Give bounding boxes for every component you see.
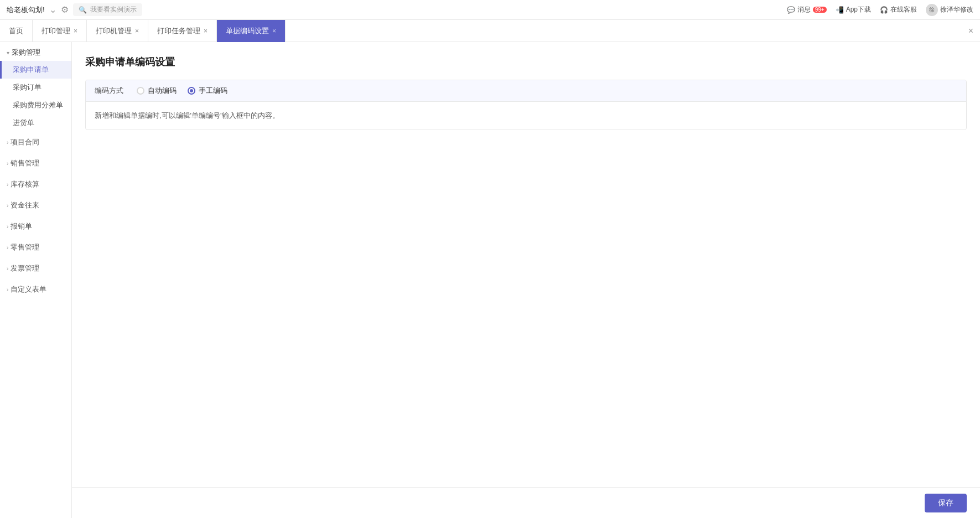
tab-voucher-encoding-close[interactable]: × [272, 27, 276, 35]
app-download-label: App下载 [846, 5, 871, 14]
sales-mgmt-label: 销售管理 [11, 158, 39, 168]
tab-printer-mgmt[interactable]: 打印机管理 × [87, 20, 148, 42]
tab-home-label: 首页 [9, 26, 23, 36]
sidebar-item-retail-mgmt[interactable]: › 零售管理 [0, 237, 71, 258]
project-contract-label: 项目合同 [11, 137, 39, 147]
search-icon: 🔍 [79, 6, 87, 14]
sidebar-item-goods-receipt-label: 进货单 [13, 118, 34, 127]
returns-label: 报销单 [11, 221, 32, 231]
invoice-mgmt-arrow-icon: › [7, 266, 8, 272]
top-bar-right: 💬 消息 99+ 📲 App下载 🎧 在线客服 徐 徐泽华修改 [787, 4, 973, 16]
tab-bar-close-btn[interactable]: × [962, 20, 980, 42]
settings-icon[interactable]: ⚙ [61, 4, 69, 15]
capital-arrow-icon: › [7, 203, 8, 209]
sidebar-item-invoice-mgmt[interactable]: › 发票管理 [0, 258, 71, 279]
sidebar-item-goods-receipt[interactable]: 进货单 [0, 114, 71, 132]
tab-voucher-encoding[interactable]: 单据编码设置 × [217, 20, 286, 42]
inventory-arrow-icon: › [7, 182, 8, 188]
encoding-method-label: 编码方式 [95, 86, 123, 96]
online-service-label: 在线客服 [890, 5, 917, 14]
tab-bar: 首页 打印管理 × 打印机管理 × 打印任务管理 × 单据编码设置 × × [0, 20, 980, 42]
invoice-mgmt-label: 发票管理 [11, 263, 39, 273]
sidebar-item-purchase-order-label: 采购订单 [13, 83, 42, 91]
tab-print-task-mgmt-close[interactable]: × [204, 27, 208, 35]
avatar: 徐 [926, 4, 938, 16]
tab-print-mgmt-label: 打印管理 [42, 26, 70, 36]
tab-printer-mgmt-label: 打印机管理 [96, 26, 132, 36]
sidebar-item-custom-forms[interactable]: › 自定义表单 [0, 279, 71, 300]
app-download-icon: 📲 [836, 6, 844, 14]
app-download-item[interactable]: 📲 App下载 [836, 5, 871, 14]
inventory-label: 库存核算 [11, 179, 39, 189]
radio-manual-circle [188, 87, 195, 95]
page-title: 采购申请单编码设置 [85, 55, 967, 69]
tab-print-mgmt-close[interactable]: × [74, 27, 77, 35]
user-name: 徐泽华修改 [940, 5, 973, 14]
main-layout: ▾ 采购管理 采购申请单 采购订单 采购费用分摊单 进货单 › 项目合同 › 销… [0, 42, 980, 518]
dropdown-icon[interactable]: ⌄ [49, 4, 56, 15]
retail-mgmt-arrow-icon: › [7, 245, 8, 251]
purchase-section-label: 采购管理 [12, 48, 40, 58]
tab-print-mgmt[interactable]: 打印管理 × [33, 20, 87, 42]
sidebar: ▾ 采购管理 采购申请单 采购订单 采购费用分摊单 进货单 › 项目合同 › 销… [0, 42, 72, 518]
search-text: 我要看实例演示 [90, 5, 137, 14]
content-inner: 采购申请单编码设置 编码方式 自动编码 手工编码 [72, 42, 980, 487]
project-contract-arrow-icon: › [7, 139, 8, 146]
top-bar-left: 给老板勾划! ⌄ ⚙ 🔍 我要看实例演示 [7, 3, 142, 16]
encoding-description: 新增和编辑单据编时,可以编辑'单编编号'输入框中的内容。 [95, 111, 957, 121]
custom-forms-arrow-icon: › [7, 287, 8, 293]
message-badge: 99+ [813, 7, 827, 13]
custom-forms-label: 自定义表单 [11, 284, 46, 294]
sidebar-section-purchase-header[interactable]: ▾ 采购管理 [0, 42, 71, 61]
sidebar-item-purchase-expense[interactable]: 采购费用分摊单 [0, 96, 71, 114]
user-item[interactable]: 徐 徐泽华修改 [926, 4, 973, 16]
sidebar-item-returns[interactable]: › 报销单 [0, 216, 71, 237]
tab-home[interactable]: 首页 [0, 20, 33, 42]
message-item[interactable]: 💬 消息 99+ [787, 5, 827, 14]
encoding-section: 编码方式 自动编码 手工编码 新增和编辑单据编时,可以编辑'单编编号'输入框中的 [85, 80, 967, 130]
radio-group: 自动编码 手工编码 [137, 86, 227, 96]
sidebar-item-inventory[interactable]: › 库存核算 [0, 174, 71, 195]
encoding-header: 编码方式 自动编码 手工编码 [86, 80, 966, 102]
radio-auto-encode[interactable]: 自动编码 [137, 86, 177, 96]
message-icon: 💬 [787, 6, 795, 14]
sidebar-item-purchase-request[interactable]: 采购申请单 [0, 61, 71, 79]
encoding-body: 新增和编辑单据编时,可以编辑'单编编号'输入框中的内容。 [86, 102, 966, 130]
returns-arrow-icon: › [7, 224, 8, 230]
retail-mgmt-label: 零售管理 [11, 242, 39, 252]
brand-text: 给老板勾划! [7, 5, 45, 15]
tab-print-task-mgmt-label: 打印任务管理 [157, 26, 200, 36]
sidebar-item-purchase-request-label: 采购申请单 [13, 65, 49, 74]
top-bar: 给老板勾划! ⌄ ⚙ 🔍 我要看实例演示 💬 消息 99+ 📲 App下载 🎧 … [0, 0, 980, 20]
sidebar-item-capital[interactable]: › 资金往来 [0, 195, 71, 216]
sidebar-item-sales-mgmt[interactable]: › 销售管理 [0, 153, 71, 174]
content-footer: 保存 [72, 487, 980, 518]
sidebar-item-purchase-expense-label: 采购费用分摊单 [13, 101, 63, 109]
save-button[interactable]: 保存 [925, 494, 967, 512]
purchase-arrow-icon: ▾ [7, 50, 9, 56]
headset-icon: 🎧 [880, 6, 888, 14]
tab-print-task-mgmt[interactable]: 打印任务管理 × [148, 20, 217, 42]
message-label: 消息 [797, 5, 811, 14]
sidebar-section-purchase: ▾ 采购管理 采购申请单 采购订单 采购费用分摊单 进货单 [0, 42, 71, 132]
online-service-item[interactable]: 🎧 在线客服 [880, 5, 917, 14]
radio-auto-circle [137, 87, 144, 95]
tab-voucher-encoding-label: 单据编码设置 [226, 26, 269, 36]
manual-encode-label: 手工编码 [199, 86, 227, 96]
sidebar-item-project-contract[interactable]: › 项目合同 [0, 132, 71, 153]
auto-encode-label: 自动编码 [148, 86, 177, 96]
tab-printer-mgmt-close[interactable]: × [135, 27, 139, 35]
search-bar[interactable]: 🔍 我要看实例演示 [73, 3, 142, 16]
sidebar-item-purchase-order[interactable]: 采购订单 [0, 79, 71, 96]
content-area: 采购申请单编码设置 编码方式 自动编码 手工编码 [72, 42, 980, 518]
capital-label: 资金往来 [11, 200, 39, 210]
sales-mgmt-arrow-icon: › [7, 160, 8, 167]
radio-manual-encode[interactable]: 手工编码 [188, 86, 227, 96]
